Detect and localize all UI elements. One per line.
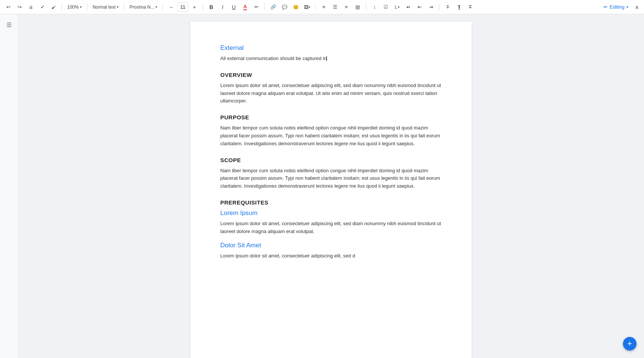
- bullet-list-button[interactable]: • ▾: [403, 2, 414, 12]
- sep4: [163, 3, 163, 11]
- font-size-input[interactable]: [177, 3, 188, 12]
- line-spacing-button[interactable]: ↕: [369, 2, 380, 12]
- section-lorem-ipsum: Lorem Ipsum Lorem ipsum dolor sit amet, …: [220, 209, 442, 236]
- heading-overview[interactable]: OVERVIEW: [220, 72, 442, 78]
- toolbar: ✓ 100% Normal text Proxima N... −: [0, 0, 644, 14]
- emoji-icon: 😊: [293, 5, 299, 10]
- text-color-icon: A: [243, 4, 247, 10]
- paragraph-lorem-ipsum[interactable]: Lorem ipsum dolor sit amet, consectetuer…: [220, 220, 442, 236]
- print-button[interactable]: [26, 2, 36, 12]
- indent-increase-icon: ⇥: [429, 4, 433, 10]
- clear-format-icon: T: [446, 5, 449, 10]
- font-size-decrease-button[interactable]: −: [166, 3, 176, 11]
- insert-image-button[interactable]: 🖼 ▾: [302, 2, 312, 12]
- outline-icon: ☰: [6, 21, 12, 29]
- align-justify-button[interactable]: ▤: [352, 2, 363, 12]
- insert-emoji-button[interactable]: 😊: [290, 2, 301, 12]
- paragraph-overview[interactable]: Lorem ipsum dolor sit amet, consectetuer…: [220, 82, 442, 105]
- bold-button[interactable]: B: [206, 2, 217, 12]
- link-icon: 🔗: [270, 4, 276, 10]
- strikethrough-button[interactable]: T̶: [465, 2, 475, 12]
- minimize-icon: ∧: [635, 4, 639, 10]
- section-external: External All external communication shou…: [220, 44, 442, 63]
- fab-button[interactable]: +: [623, 337, 636, 350]
- plus-icon: +: [193, 4, 196, 10]
- insert-comment-button[interactable]: 💬: [279, 2, 290, 12]
- indent-increase-button[interactable]: ⇥: [426, 2, 436, 12]
- underline-icon: U: [232, 4, 236, 10]
- numbered-list-button[interactable]: 1. ▾: [392, 2, 402, 12]
- highlight-button[interactable]: ✏: [251, 2, 262, 12]
- heading-dolor-sit-amet[interactable]: Dolor Sit Amet: [220, 242, 442, 249]
- section-purpose: PURPOSE Nam liber tempor cum soluta nobi…: [220, 114, 442, 147]
- align-right-button[interactable]: ≡: [341, 2, 352, 12]
- paragraph-scope[interactable]: Nam liber tempor cum soluta nobis eleife…: [220, 167, 442, 190]
- heading-external[interactable]: External: [220, 44, 442, 52]
- heading-prerequisites[interactable]: PREREQUISITES: [220, 199, 442, 206]
- highlight-icon: ✏: [254, 4, 259, 10]
- numbered-list-icon: 1.: [394, 5, 398, 9]
- italic-button[interactable]: I: [217, 2, 228, 12]
- document-page: External All external communication shou…: [190, 22, 472, 358]
- section-overview: OVERVIEW Lorem ipsum dolor sit amet, con…: [220, 72, 442, 105]
- heading-scope[interactable]: SCOPE: [220, 157, 442, 163]
- fab-plus-icon: +: [627, 340, 632, 348]
- redo-button[interactable]: [14, 2, 25, 12]
- strikethrough-icon: T̶: [469, 4, 472, 10]
- style-dropdown[interactable]: Normal text: [90, 2, 121, 12]
- indent-decrease-icon: ⇤: [418, 4, 422, 10]
- font-chevron-icon: [155, 5, 157, 9]
- checklist-button[interactable]: ☑: [381, 2, 391, 12]
- zoom-chevron-icon: [80, 5, 82, 9]
- undo-button[interactable]: [3, 2, 14, 12]
- spellcheck-button[interactable]: ✓: [37, 2, 47, 12]
- heading-lorem-ipsum[interactable]: Lorem Ipsum: [220, 209, 442, 217]
- paint-format-button[interactable]: [48, 2, 59, 12]
- spacing-list-group: ↕ ☑ 1. ▾ • ▾ ⇤ ⇥: [369, 2, 436, 12]
- image-chevron-icon: ▾: [308, 5, 310, 9]
- align-group: ≡ ☰ ≡ ▤: [319, 2, 363, 12]
- text-color-button[interactable]: A: [240, 2, 250, 12]
- sep1: [62, 3, 62, 11]
- sep5: [203, 3, 203, 11]
- insert-link-button[interactable]: 🔗: [268, 2, 278, 12]
- print-icon: [29, 4, 33, 10]
- checklist-icon: ☑: [384, 4, 388, 10]
- outline-toggle-button[interactable]: ☰: [3, 19, 15, 31]
- sep2: [87, 3, 87, 11]
- indent-decrease-button[interactable]: ⇤: [414, 2, 425, 12]
- minimize-toolbar-button[interactable]: ∧: [633, 3, 641, 12]
- line-spacing-icon: ↕: [373, 4, 376, 10]
- section-dolor-sit-amet: Dolor Sit Amet Lorem ipsum dolor sit ame…: [220, 242, 442, 260]
- redo-icon: [18, 4, 22, 10]
- heading-purpose[interactable]: PURPOSE: [220, 114, 442, 120]
- font-label: Proxima N...: [129, 5, 154, 10]
- align-left-icon: ≡: [322, 4, 325, 10]
- font-size-control: − +: [166, 3, 200, 12]
- underline-button[interactable]: U: [229, 2, 239, 12]
- left-panel: ☰: [0, 14, 18, 358]
- sep8: [366, 3, 366, 11]
- zoom-dropdown[interactable]: 100%: [65, 2, 84, 12]
- clear-text-button[interactable]: T̲: [454, 2, 464, 12]
- section-scope: SCOPE Nam liber tempor cum soluta nobis …: [220, 157, 442, 190]
- minus-icon: −: [170, 4, 173, 10]
- pencil-edit-icon: ✏: [603, 4, 608, 10]
- sep6: [265, 3, 265, 11]
- editing-mode-button[interactable]: ✏ Editing ▾: [600, 2, 631, 12]
- paragraph-external[interactable]: All external communication should be cap…: [220, 55, 442, 63]
- font-dropdown[interactable]: Proxima N...: [127, 2, 159, 12]
- section-prerequisites: PREREQUISITES Lorem Ipsum Lorem ipsum do…: [220, 199, 442, 260]
- align-center-icon: ☰: [333, 4, 337, 10]
- italic-icon: I: [222, 4, 223, 10]
- history-group: ✓: [3, 2, 59, 12]
- document-area[interactable]: External All external communication shou…: [18, 14, 644, 358]
- align-left-button[interactable]: ≡: [319, 2, 329, 12]
- style-chevron-icon: [117, 5, 119, 9]
- paragraph-dolor-sit-amet[interactable]: Lorem ipsum dolor sit amet, consectetuer…: [220, 252, 442, 260]
- paragraph-purpose[interactable]: Nam liber tempor cum soluta nobis eleife…: [220, 124, 442, 147]
- align-center-button[interactable]: ☰: [330, 2, 340, 12]
- align-right-icon: ≡: [345, 4, 348, 10]
- clear-formatting-button[interactable]: T: [442, 2, 453, 12]
- font-size-increase-button[interactable]: +: [189, 3, 200, 11]
